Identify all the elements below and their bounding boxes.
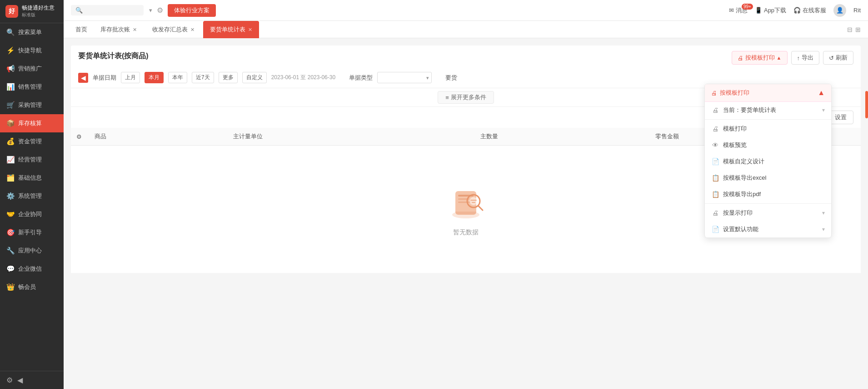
header-search-box[interactable]: 🔍 [71,5,144,15]
dropdown-item-export-excel[interactable]: 📋 按模板导出excel [705,170,831,186]
right-scrollbar[interactable] [865,91,868,118]
dropdown-item-export-pdf[interactable]: 📋 按模板导出pdf [705,186,831,202]
sidebar-item-enterprise-label: 企业协同 [18,210,42,218]
dropdown-item-template-preview[interactable]: 👁 模板预览 [705,137,831,153]
export-excel-label: 按模板导出excel [723,174,825,182]
sidebar-item-finance[interactable]: 💰 资金管理 [0,132,64,151]
marketing-icon: 📢 [6,65,15,73]
header-app-download[interactable]: 📱 App下载 [755,6,786,15]
tab-bar: 首页 库存批次账 ✕ 收发存汇总表 ✕ 要货单统计表 ✕ ⊟ ⊞ [64,21,868,38]
app-label: App下载 [764,6,786,15]
message-badge: 99+ [742,4,753,10]
print-arrow-up: ▲ [777,55,782,61]
sidebar-item-member-label: 畅会员 [18,283,36,291]
sidebar-item-marketing[interactable]: 📢 营销推广 [0,60,64,78]
sidebar-item-search[interactable]: 🔍 搜索菜单 [0,23,64,41]
footer-settings-icon[interactable]: ⚙ [6,376,13,384]
header-dropdown-arrow[interactable]: ▾ [149,7,152,14]
dropdown-close-arrow[interactable]: ▲ [818,89,825,97]
dropdown-item-template-design[interactable]: 📄 模板自定义设计 [705,153,831,170]
tab-order-summary-close[interactable]: ✕ [248,27,252,33]
header-avatar[interactable]: 👤 [833,4,846,17]
dropdown-section-set-default[interactable]: 📄 设置默认功能 ▾ [705,221,831,237]
service-label: 在线客服 [803,6,826,15]
header: 🔍 ▾ ⚙ 体验行业方案 ✉ 消息 99+ 📱 App下载 🎧 在线客服 👤 [64,0,868,21]
dropdown-item-template-print[interactable]: 🖨 模板打印 [705,121,831,137]
dropdown-header-right: ▲ [818,89,825,97]
header-online-service[interactable]: 🎧 在线客服 [793,6,826,15]
set-default-icon: 📄 [711,226,719,233]
sidebar-item-basic-label: 基础信息 [18,174,42,182]
filter-toggle-button[interactable]: ◀ [78,73,88,83]
sidebar-item-enterprise[interactable]: 🤝 企业协同 [0,205,64,223]
print-template-button[interactable]: 🖨 按模板打印 ▲ [732,51,788,65]
date-btn-last-month[interactable]: 上月 [121,72,140,83]
tab-receipt-summary-close[interactable]: ✕ [190,27,195,33]
svg-point-6 [469,197,478,205]
svg-rect-4 [458,202,471,203]
tab-minimize-icon[interactable]: ⊟ [847,26,853,33]
export-button[interactable]: ↑ 导出 [791,51,820,65]
header-username[interactable]: Rit [853,7,861,14]
tab-receipt-summary[interactable]: 收发存汇总表 ✕ [145,21,201,38]
sidebar-item-sales[interactable]: 📊 销售管理 [0,78,64,96]
trial-button[interactable]: 体验行业方案 [168,4,216,17]
sidebar-item-app-center[interactable]: 🔧 应用中心 [0,242,64,260]
sidebar-item-search-label: 搜索菜单 [18,28,42,36]
header-gear-icon[interactable]: ⚙ [157,6,163,15]
dropdown-section-display-print[interactable]: 🖨 按显示打印 ▾ [705,205,831,221]
display-print-label: 按显示打印 [723,209,753,217]
date-btn-7days[interactable]: 近7天 [192,72,214,83]
sidebar-footer: ⚙ ◀ [0,371,64,389]
tab-order-summary[interactable]: 要货单统计表 ✕ [203,21,259,38]
guide-icon: 🎯 [6,228,15,237]
date-btn-more[interactable]: 更多 [219,72,238,83]
svg-rect-9 [472,202,475,203]
tab-receipt-summary-label: 收发存汇总表 [152,25,188,34]
sidebar-item-quick-nav[interactable]: ⚡ 快捷导航 [0,41,64,60]
template-design-icon: 📄 [711,158,719,165]
refresh-button[interactable]: ↺ 刷新 [823,51,853,65]
date-btn-this-month[interactable]: 本月 [145,72,164,83]
settings-button[interactable]: 设置 [828,111,853,124]
header-search-input[interactable] [85,7,131,14]
search-icon: 🔍 [6,28,15,36]
sidebar-item-operation[interactable]: 📈 经营管理 [0,151,64,169]
type-filter-select[interactable] [377,72,432,83]
sidebar-item-guide[interactable]: 🎯 新手引导 [0,223,64,242]
sidebar-item-inventory-label: 库存核算 [18,119,42,127]
col-product-header: 商品 [89,128,228,146]
sidebar-item-inventory[interactable]: 📦 库存核算 [0,114,64,132]
sidebar-item-finance-label: 资金管理 [18,137,42,146]
sidebar-item-guide-label: 新手引导 [18,228,42,237]
tab-order-summary-label: 要货单统计表 [210,25,245,34]
tab-maximize-icon[interactable]: ⊞ [855,26,861,33]
sidebar-item-system[interactable]: ⚙️ 系统管理 [0,187,64,205]
expand-filter-button[interactable]: ≡ 展开更多条件 [438,91,494,104]
type-filter-select-wrap [377,72,432,83]
header-message[interactable]: ✉ 消息 99+ [729,6,748,15]
sidebar-nav: 🔍 搜索菜单 ⚡ 快捷导航 📢 营销推广 📊 销售管理 🛒 采购管理 📦 库存核… [0,23,64,371]
date-btn-custom[interactable]: 自定义 [242,72,267,83]
dropdown-print-icon: 🖨 [711,90,717,96]
operation-icon: 📈 [6,156,15,164]
sidebar-item-member[interactable]: 👑 畅会员 [0,278,64,296]
sidebar-item-wechat[interactable]: 💬 企业微信 [0,260,64,278]
current-template-icon: 🖨 [711,106,719,114]
tab-inventory-batch-close[interactable]: ✕ [133,27,137,33]
quick-nav-icon: ⚡ [6,46,15,55]
dropdown-current-template[interactable]: 🖨 当前：要货单统计表 ▾ [705,102,831,118]
sales-icon: 📊 [6,83,15,91]
sidebar-item-purchase[interactable]: 🛒 采购管理 [0,96,64,114]
footer-collapse-icon[interactable]: ◀ [17,376,23,384]
date-btn-this-year[interactable]: 本年 [168,72,187,83]
sidebar-item-basic[interactable]: 🗂️ 基础信息 [0,169,64,187]
page-body: 要货单统计表(按商品) 🖨 按模板打印 ▲ ↑ 导出 ↺ 刷新 [64,38,868,389]
type-filter-label: 单据类型 [349,74,373,82]
svg-rect-8 [470,200,477,201]
finance-icon: 💰 [6,137,15,146]
export-label: 导出 [802,54,813,62]
tab-inventory-batch[interactable]: 库存批次账 ✕ [94,21,144,38]
col-settings-header[interactable]: ⚙ [71,128,89,146]
tab-home[interactable]: 首页 [71,23,92,36]
